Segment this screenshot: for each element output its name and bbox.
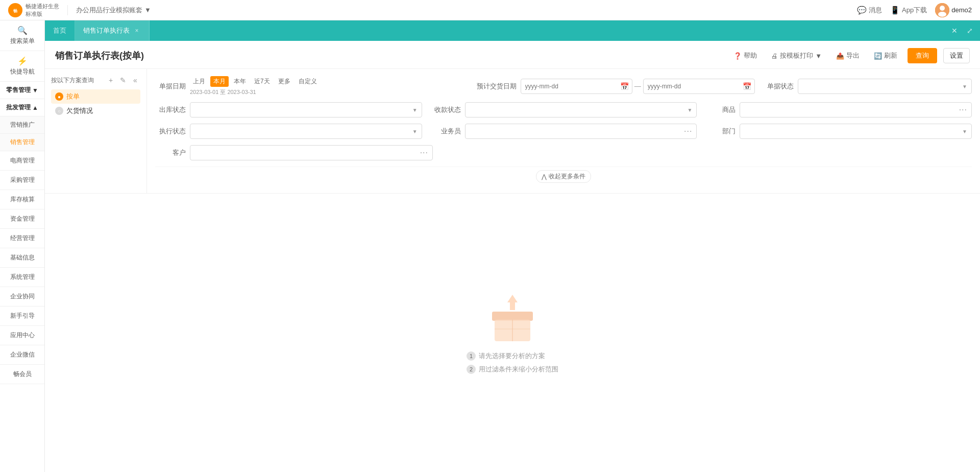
filter-option-by-order[interactable]: ● 按单 (51, 89, 140, 104)
avatar (935, 3, 949, 17)
tab-home[interactable]: 首页 (45, 20, 75, 41)
sidebar-item-enterprise[interactable]: 企业协同 (0, 287, 44, 306)
refresh-icon: 🔄 (874, 52, 882, 60)
date-7days[interactable]: 近7天 (251, 76, 273, 87)
date-range-hint: 2023-03-01 至 2023-03-31 (190, 88, 469, 96)
help-icon: ❓ (733, 52, 742, 60)
expected-date-to-input[interactable] (648, 83, 740, 90)
option-icon-backorder: ○ (55, 107, 63, 115)
product-field: 商品 ··· (705, 102, 972, 117)
date-custom[interactable]: 自定义 (296, 76, 320, 87)
calendar-icon-to: 📅 (743, 82, 751, 90)
filter-left-icons: + ✎ « (106, 75, 140, 85)
salesperson-field: 业务员 ··· (430, 124, 697, 139)
message-icon: 💬 (857, 6, 867, 15)
expected-date-from-input[interactable] (525, 83, 618, 90)
collapse-button[interactable]: ⋀ 收起更多条件 (536, 170, 591, 183)
sidebar-item-inventory[interactable]: 库存核算 (0, 190, 44, 209)
status-dropdown-icon (962, 83, 967, 90)
empty-state: 1 请先选择要分析的方案 2 用过滤条件来缩小分析范围 (45, 194, 980, 472)
sidebar-item-ecommerce[interactable]: 电商管理 (0, 151, 44, 171)
message-button[interactable]: 💬 消息 (857, 6, 882, 15)
page-header-actions: ❓ 帮助 🖨 按模板打印 ▼ 📤 导出 🔄 刷新 (729, 48, 970, 63)
receipt-status-field: 收款状态 (430, 102, 697, 117)
user-area[interactable]: demo2 (935, 3, 972, 17)
collapse-scheme-button[interactable]: « (130, 75, 140, 85)
edit-scheme-button[interactable]: ✎ (118, 75, 128, 85)
tab-close-button[interactable]: × (133, 27, 141, 35)
sidebar-item-basic[interactable]: 基础信息 (0, 248, 44, 268)
settings-button[interactable]: 设置 (943, 48, 970, 63)
download-icon: 📱 (890, 6, 900, 15)
chevron-up-icon: ▲ (32, 104, 38, 111)
tab-bar-actions: ✕ ⤢ (948, 20, 980, 41)
product-input[interactable]: ··· (740, 102, 972, 117)
salesperson-dots: ··· (684, 127, 692, 136)
sidebar-item-apps[interactable]: 应用中心 (0, 326, 44, 345)
execution-status-select[interactable] (190, 124, 422, 139)
filter-panel: 按以下方案查询 + ✎ « (45, 69, 980, 194)
sidebar-item-purchase[interactable]: 采购管理 (0, 171, 44, 190)
company-dropdown-icon: ▼ (144, 6, 151, 14)
app-download-button[interactable]: 📱 App下载 (890, 6, 927, 15)
print-icon: 🖨 (771, 52, 778, 60)
sidebar-item-system[interactable]: 系统管理 (0, 268, 44, 287)
filter-row-1: 单据日期 上月 本月 本年 近7天 更多 自定义 20 (155, 76, 972, 96)
help-button[interactable]: ❓ 帮助 (729, 49, 761, 62)
company-select[interactable]: 办公用品行业模拟账套 ▼ (76, 6, 151, 15)
close-window-button[interactable]: ✕ (948, 25, 961, 37)
filter-row-4: 客户 ··· (155, 145, 972, 160)
delivery-dropdown-icon (412, 106, 418, 113)
sidebar-item-wholesale[interactable]: 批发管理 ▲ (0, 99, 44, 116)
sidebar-item-member[interactable]: 畅会员 (0, 365, 44, 384)
delivery-status-select[interactable] (190, 102, 422, 117)
empty-illustration (482, 292, 543, 343)
sidebar-item-newbie[interactable]: 新手引导 (0, 306, 44, 326)
date-field: 单据日期 上月 本月 本年 近7天 更多 自定义 20 (155, 76, 469, 96)
sidebar-item-sales[interactable]: 销售管理 (0, 134, 44, 151)
add-scheme-button[interactable]: + (106, 75, 116, 85)
tab-active[interactable]: 销售订单执行表 × (75, 20, 150, 41)
query-button[interactable]: 查询 (908, 48, 937, 63)
svg-rect-5 (492, 312, 533, 321)
export-button[interactable]: 📤 导出 (832, 49, 864, 62)
sidebar-item-nav[interactable]: ⚡ 快捷导航 (0, 51, 44, 82)
receipt-dropdown-icon (687, 106, 692, 113)
receipt-status-select[interactable] (465, 102, 697, 117)
tab-bar: 首页 销售订单执行表 × ✕ ⤢ (45, 20, 980, 41)
page-content: 销售订单执行表(按单) ❓ 帮助 🖨 按模板打印 ▼ 📤 导出 (45, 41, 980, 472)
order-status-select[interactable] (798, 79, 972, 94)
date-more[interactable]: 更多 (275, 76, 293, 87)
customer-input[interactable]: ··· (190, 145, 433, 160)
nav-icon: ⚡ (17, 56, 28, 66)
logo-text: 畅捷通好生意 标准版 (26, 3, 59, 17)
sidebar-item-search[interactable]: 🔍 搜索菜单 (0, 20, 44, 51)
expected-date-to[interactable]: 📅 (643, 79, 755, 94)
collapse-row: ⋀ 收起更多条件 (155, 167, 972, 186)
filter-row-2: 出库状态 收款状态 商品 (155, 102, 972, 117)
export-icon: 📤 (836, 52, 844, 60)
sidebar-item-retail[interactable]: 零售管理 ▼ (0, 82, 44, 99)
maximize-button[interactable]: ⤢ (964, 25, 976, 37)
page-header: 销售订单执行表(按单) ❓ 帮助 🖨 按模板打印 ▼ 📤 导出 (45, 41, 980, 69)
top-header: 畅 畅捷通好生意 标准版 办公用品行业模拟账套 ▼ 💬 消息 📱 App下载 (0, 0, 980, 20)
date-this-month[interactable]: 本月 (210, 76, 229, 87)
sidebar-item-operations[interactable]: 经营管理 (0, 229, 44, 248)
department-select[interactable] (740, 124, 972, 139)
date-this-year[interactable]: 本年 (231, 76, 249, 87)
product-dots: ··· (959, 105, 967, 114)
sidebar-item-marketing[interactable]: 营销推广 (0, 116, 44, 134)
expected-date-from[interactable]: 📅 (521, 79, 632, 94)
logo-area: 畅 畅捷通好生意 标准版 (8, 3, 59, 17)
execution-dropdown-icon (412, 128, 418, 135)
search-icon: 🔍 (17, 26, 28, 35)
empty-tips: 1 请先选择要分析的方案 2 用过滤条件来缩小分析范围 (467, 351, 558, 374)
filter-option-backorder[interactable]: ○ 欠货情况 (51, 104, 140, 118)
department-dropdown-icon (962, 128, 967, 135)
sidebar-item-finance[interactable]: 资金管理 (0, 209, 44, 229)
refresh-button[interactable]: 🔄 刷新 (870, 49, 901, 62)
sidebar-item-wechat[interactable]: 企业微信 (0, 345, 44, 365)
date-prev-month[interactable]: 上月 (190, 76, 208, 87)
salesperson-input[interactable]: ··· (465, 124, 697, 139)
print-button[interactable]: 🖨 按模板打印 ▼ (767, 49, 826, 62)
